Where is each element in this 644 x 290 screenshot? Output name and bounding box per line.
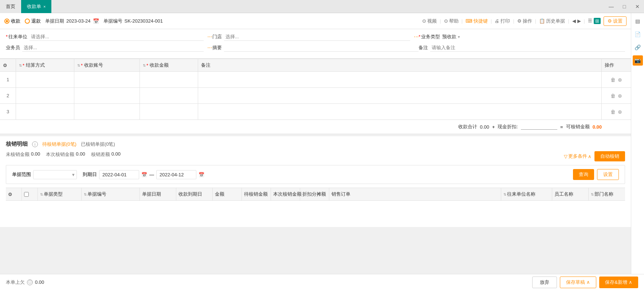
current-stat: 本次核销金额 0.00 xyxy=(46,151,85,158)
row-3-payment[interactable] xyxy=(16,104,74,119)
sidebar-camera-icon[interactable]: 📷 xyxy=(633,55,643,66)
row-2-payment[interactable] xyxy=(16,88,74,103)
list-view-icon[interactable]: ☰ xyxy=(588,18,592,24)
help-action[interactable]: ⊙ 帮助 xyxy=(444,18,459,24)
maximize-button[interactable]: □ xyxy=(618,0,631,13)
store-more-icon[interactable]: ··· xyxy=(414,34,419,40)
row-1-copy-icon[interactable]: ⊕ xyxy=(618,77,622,83)
tab-pending[interactable]: 待核销单据(0笔) xyxy=(42,141,76,148)
date-from-input[interactable] xyxy=(99,170,139,179)
sep5: | xyxy=(535,18,536,24)
date-field: 单据日期 2023-03-24 📅 xyxy=(45,18,99,24)
grid-view-icon[interactable]: ⊞ xyxy=(594,18,601,24)
biz-type-selector[interactable]: 预收款 ▾ xyxy=(442,34,460,40)
setting-button[interactable]: ⚙ 设置 xyxy=(604,16,627,26)
tab-receipt[interactable]: 收款单 × xyxy=(21,0,51,13)
shortcut-icon: ⌨ xyxy=(466,18,472,24)
settings-icon: ⚙ xyxy=(3,63,7,68)
auto-verify-button[interactable]: 自动核销 xyxy=(594,151,625,161)
next-arrow[interactable]: ▶ xyxy=(577,18,581,24)
bth-order: 销售订单 xyxy=(329,188,501,200)
tab-done[interactable]: 已核销单据(0笔) xyxy=(81,141,115,148)
footer-actions: 放弃 保存草稿 ∧ 保存&新增 ∧ xyxy=(532,277,638,288)
remark-input[interactable] xyxy=(224,44,419,52)
cal-to-icon[interactable]: 📅 xyxy=(199,172,204,177)
row-3-account[interactable] xyxy=(74,104,140,119)
sidebar-link-icon[interactable]: 🔗 xyxy=(633,42,643,52)
right-sidebar: ▤ 📄 🔗 📷 xyxy=(631,13,644,274)
limit-info-icon[interactable]: ⓘ xyxy=(27,279,33,285)
remark-field: 摘要 xyxy=(212,44,419,52)
biz-type-field: *业务类型 预收款 ▾ xyxy=(419,34,625,40)
radio-refund[interactable]: 退款 xyxy=(25,18,41,24)
row-1-remark[interactable] xyxy=(198,72,602,87)
remark-label: 摘要 xyxy=(212,44,222,51)
row-3-amount[interactable] xyxy=(140,104,198,119)
row-2-account[interactable] xyxy=(74,88,140,103)
operation-action[interactable]: ⚙ 操作 xyxy=(517,18,532,24)
save-new-button[interactable]: 保存&新增 ∧ xyxy=(599,277,638,288)
row-2-copy-icon[interactable]: ⊕ xyxy=(618,93,622,99)
row-3-remark[interactable] xyxy=(198,104,602,119)
row-2-delete-icon[interactable]: 🗑 xyxy=(610,93,616,99)
shortcut-label: 快捷键 xyxy=(474,18,488,24)
bth-settings[interactable]: ⚙ xyxy=(6,188,22,200)
print-label: 打印 xyxy=(500,18,510,24)
tab-close-icon[interactable]: × xyxy=(43,4,46,9)
biz-type-dropdown-icon[interactable]: ▾ xyxy=(458,35,460,39)
tab-home[interactable]: 首页 xyxy=(0,0,21,13)
save-draft-arrow: ∧ xyxy=(586,279,590,285)
radio-receipt[interactable]: 收款 xyxy=(4,18,20,24)
more-conditions-link[interactable]: ▽ 更多条件 ∧ xyxy=(564,153,592,160)
row-1-account[interactable] xyxy=(74,72,140,87)
discount-input[interactable] xyxy=(521,124,557,130)
date-to-input[interactable] xyxy=(156,170,196,179)
range-select[interactable] xyxy=(33,170,77,179)
row-1-amount[interactable] xyxy=(140,72,198,87)
print-action[interactable]: 🖨 打印 xyxy=(495,18,510,24)
unverified-label: 未核销金额 xyxy=(6,151,30,158)
row-1-num: 1 xyxy=(0,72,16,87)
note-input[interactable] xyxy=(430,44,625,52)
bth-number: ⇅ 单据编号 xyxy=(82,188,140,200)
sep2: | xyxy=(462,18,463,24)
unverified-stat: 未核销金额 0.00 xyxy=(6,151,40,158)
video-action[interactable]: ⊙ 视频 xyxy=(422,18,437,24)
row-3-delete-icon[interactable]: 🗑 xyxy=(610,109,616,115)
cal-from-icon[interactable]: 📅 xyxy=(141,172,147,177)
history-action[interactable]: 📋 历史单据 xyxy=(539,18,565,24)
th-settings[interactable]: ⚙ xyxy=(0,59,16,71)
partner-input[interactable] xyxy=(30,33,204,41)
close-button[interactable]: ✕ xyxy=(631,0,644,13)
minimize-button[interactable]: — xyxy=(605,0,618,13)
query-button[interactable]: 查询 xyxy=(573,169,594,180)
prev-arrow[interactable]: ◀ xyxy=(572,18,576,24)
partner-more-icon[interactable]: ··· xyxy=(207,34,212,40)
staff-more-icon[interactable]: ··· xyxy=(207,44,212,51)
verify-section: 核销明细 i 待核销单据(0笔) 已核销单据(0笔) 未核销金额 0.00 本次… xyxy=(0,136,631,227)
number-label: 单据编号 xyxy=(103,18,122,24)
store-input[interactable] xyxy=(224,33,410,41)
sep1: | xyxy=(440,18,441,24)
staff-input[interactable] xyxy=(22,44,204,52)
shortcut-action[interactable]: ⌨ 快捷键 xyxy=(466,18,488,24)
operation-label: 操作 xyxy=(523,18,532,24)
discount-label: 现金折扣: xyxy=(498,124,518,130)
row-2-amount[interactable] xyxy=(140,88,198,103)
row-3-copy-icon[interactable]: ⊕ xyxy=(618,109,622,115)
sidebar-table-icon[interactable]: ▤ xyxy=(633,16,643,26)
row-1-delete-icon[interactable]: 🗑 xyxy=(610,77,616,83)
sidebar-doc-icon[interactable]: 📄 xyxy=(633,29,643,39)
calendar-icon[interactable]: 📅 xyxy=(93,18,99,24)
row-2-remark[interactable] xyxy=(198,88,602,103)
verify-info-icon[interactable]: i xyxy=(32,141,38,147)
date-label: 单据日期 xyxy=(45,18,64,24)
biz-type-value: 预收款 xyxy=(442,34,456,40)
abandon-button[interactable]: 放弃 xyxy=(532,277,557,288)
save-draft-button[interactable]: 保存草稿 ∧ xyxy=(560,277,596,288)
select-all-checkbox[interactable] xyxy=(24,192,29,197)
sep3: | xyxy=(491,18,492,24)
row-1-payment[interactable] xyxy=(16,72,74,87)
table-settings-button[interactable]: 设置 xyxy=(597,169,619,180)
bth-amount: 金额 xyxy=(213,188,242,200)
